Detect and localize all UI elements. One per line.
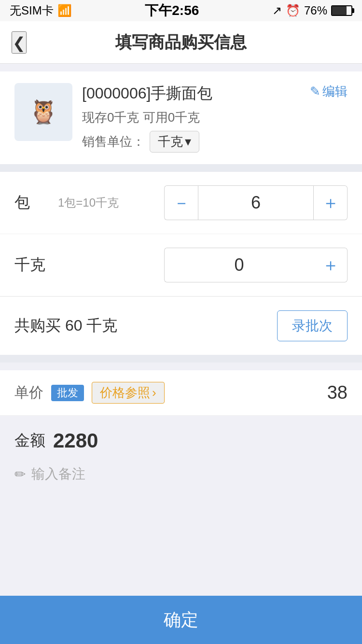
status-right: ↗ ⏰ 76% [272, 4, 352, 17]
kg-qty-control: ＋ [164, 248, 348, 282]
battery-icon [331, 5, 352, 16]
summary-row: 共购买 60 千克 录批次 [0, 296, 362, 355]
remark-placeholder: 输入备注 [31, 465, 85, 483]
price-value: 38 [327, 382, 348, 403]
battery-text: 76% [304, 4, 327, 17]
product-card: 🦉 [0000006]手撕面包 现存0千克 可用0千克 销售单位： 千克 ▾ ✎… [0, 71, 362, 164]
status-bar: 无SIM卡 📶 下午2:56 ↗ ⏰ 76% [0, 0, 362, 21]
unit-selector[interactable]: 千克 ▾ [150, 131, 199, 153]
amount-value: 2280 [53, 429, 98, 452]
price-ref-button[interactable]: 价格参照 › [92, 382, 165, 404]
package-qty-control: － ＋ [164, 185, 348, 220]
price-tag: 批发 [51, 385, 84, 401]
amount-label: 金额 [14, 430, 45, 451]
kg-plus-button[interactable]: ＋ [314, 248, 348, 282]
price-ref-label: 价格参照 [100, 384, 150, 401]
product-info: [0000006]手撕面包 现存0千克 可用0千克 销售单位： 千克 ▾ [82, 83, 348, 153]
product-unit-row: 销售单位： 千克 ▾ [82, 131, 348, 153]
price-section: 单价 批发 价格参照 › 38 [0, 370, 362, 416]
alarm-icon: ⏰ [286, 4, 300, 17]
product-stock: 现存0千克 可用0千克 [82, 109, 348, 126]
pencil-icon: ✏ [14, 466, 26, 482]
summary-text: 共购买 60 千克 [14, 315, 117, 336]
location-icon: ↗ [272, 4, 282, 17]
remark-row[interactable]: ✏ 输入备注 [14, 460, 348, 488]
back-button[interactable] [12, 31, 27, 54]
batch-button[interactable]: 录批次 [277, 310, 348, 341]
package-plus-button[interactable]: ＋ [314, 185, 348, 220]
wifi-icon: 📶 [57, 4, 72, 17]
package-sublabel: 1包=10千克 [58, 195, 164, 210]
kg-label: 千克 [14, 254, 53, 276]
edit-button[interactable]: ✎ 编辑 [310, 83, 348, 100]
status-time: 下午2:56 [145, 1, 199, 20]
unit-label: 销售单位： [82, 133, 145, 150]
confirm-button[interactable]: 确定 [0, 596, 362, 644]
package-label: 包 [14, 192, 53, 213]
kg-qty-input[interactable] [164, 248, 314, 282]
chevron-right-icon: › [152, 385, 156, 400]
nav-bar: 填写商品购买信息 [0, 21, 362, 64]
page-title: 填写商品购买信息 [115, 31, 247, 54]
product-name: [0000006]手撕面包 [82, 83, 348, 104]
input-section: 包 1包=10千克 － ＋ 千克 ＋ [0, 172, 362, 296]
package-row: 包 1包=10千克 － ＋ [0, 172, 362, 234]
section-divider-1 [0, 164, 362, 172]
amount-section: 金额 2280 ✏ 输入备注 [0, 416, 362, 493]
edit-icon: ✎ [310, 84, 320, 99]
amount-row: 金额 2280 [14, 429, 348, 452]
chevron-down-icon: ▾ [185, 134, 191, 149]
carrier-text: 无SIM卡 [10, 3, 54, 18]
product-logo: 🦉 [29, 98, 58, 126]
price-label: 单价 [14, 383, 43, 403]
kg-row: 千克 ＋ [0, 234, 362, 296]
product-image: 🦉 [14, 83, 72, 141]
section-divider-2 [0, 355, 362, 363]
package-minus-button[interactable]: － [164, 185, 198, 220]
price-row: 单价 批发 价格参照 › 38 [0, 370, 362, 416]
package-qty-input[interactable] [198, 185, 314, 220]
status-left: 无SIM卡 📶 [10, 3, 72, 18]
